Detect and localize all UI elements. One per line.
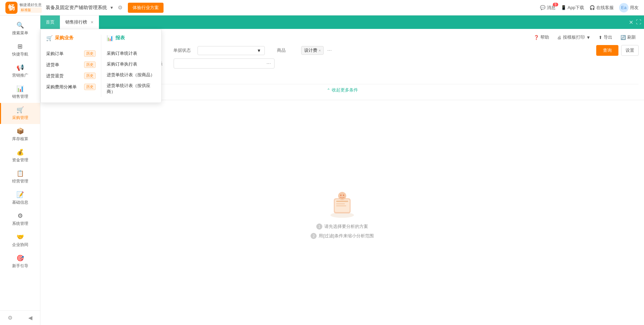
- report-col: 📊 报表 采购订单统计表 采购订单执行表 进货单统计表（按商品） 进货单统计表（…: [107, 35, 156, 97]
- enterprise-icon: 🤝: [16, 233, 24, 241]
- dropdown-purchase-expense[interactable]: 采购费用分摊单 历史: [46, 81, 96, 92]
- settings-small-btn[interactable]: 设置: [621, 45, 639, 56]
- sidebar-label-guide: 新手引导: [12, 263, 28, 269]
- sales-icon: 📊: [16, 85, 24, 92]
- svg-point-6: [338, 192, 346, 200]
- tab-close-btn[interactable]: ✕: [91, 20, 94, 25]
- sidebar-item-basic[interactable]: 📝 基础信息: [0, 188, 40, 209]
- dropdown-report-3[interactable]: 进货单统计表（按供应商）: [107, 80, 156, 97]
- system-icon: ⚙: [17, 212, 23, 219]
- industry-btn[interactable]: 体验行业方案: [128, 3, 164, 13]
- dropdown-report-0[interactable]: 采购订单统计表: [107, 48, 156, 59]
- sidebar-item-inventory[interactable]: 📦 库存核算: [0, 124, 40, 145]
- headset-icon: 🎧: [589, 5, 595, 10]
- refresh-icon: 🔄: [620, 35, 626, 40]
- sidebar-item-enterprise[interactable]: 🤝 企业协同: [0, 230, 40, 251]
- print-btn[interactable]: 🖨 按模板打印 ▼: [554, 33, 593, 42]
- guide-icon: 🎯: [16, 254, 24, 262]
- system-title: 装备及固定资产辅助管理系统: [46, 5, 107, 11]
- message-icon: 💬: [540, 5, 545, 10]
- goods-tag-remove[interactable]: ×: [319, 48, 321, 52]
- sidebar-item-finance[interactable]: 💰 资金管理: [0, 145, 40, 166]
- logo-area: 畅 畅捷通好生意 标准版: [5, 2, 46, 14]
- settings-icon-btn[interactable]: ⚙: [118, 4, 122, 11]
- logo-icon: 畅: [5, 2, 17, 14]
- sidebar-item-operation[interactable]: 📋 经营管理: [0, 166, 40, 188]
- tab-sales-rank-label: 销售排行榜: [65, 19, 87, 25]
- help-icon: ❓: [534, 35, 539, 40]
- goods-tag: 设计费 ×: [301, 46, 324, 55]
- top-right: 💬 消息 9 📱 App下载 🎧 在线客服 Ea 用友: [540, 3, 639, 12]
- sidebar-collapse-btn[interactable]: ◀: [28, 315, 32, 321]
- history-badge-1: 历史: [84, 62, 96, 68]
- sidebar-item-sales[interactable]: 📊 销售管理: [0, 82, 40, 103]
- empty-state: 1 请先选择要分析的方案 2 用[过滤]条件来缩小分析范围: [311, 187, 373, 239]
- salesman-select[interactable]: ···: [174, 58, 275, 69]
- app-download-btn[interactable]: 📱 App下载: [561, 5, 584, 11]
- system-dropdown-btn[interactable]: ▼: [110, 5, 114, 10]
- purchase-dropdown-menu: 🛒 采购业务 采购订单 历史 进货单 历史 进货退货 历史 采购费用分摊单 历史: [40, 29, 162, 103]
- sidebar-label-quick-nav: 快捷导航: [12, 51, 28, 57]
- sidebar-label-search: 搜索菜单: [12, 30, 28, 36]
- online-service-btn[interactable]: 🎧 在线客服: [589, 5, 614, 11]
- search-icon: 🔍: [16, 22, 24, 29]
- sidebar-settings-btn[interactable]: ⚙: [8, 315, 12, 321]
- sidebar-item-quick-nav[interactable]: ⊞ 快捷导航: [0, 39, 40, 60]
- grid-icon: ⊞: [17, 43, 23, 50]
- svg-point-8: [343, 195, 344, 196]
- collapse-chevron-icon: ⌃: [327, 88, 330, 93]
- export-btn[interactable]: ⬆ 导出: [596, 33, 615, 42]
- sidebar-label-operation: 经营管理: [12, 178, 28, 184]
- report-col-title: 📊 报表: [107, 35, 156, 44]
- main-content: 1 请先选择要分析的方案 2 用[过滤]条件来缩小分析范围: [40, 100, 644, 325]
- sidebar-label-enterprise: 企业协同: [12, 242, 28, 248]
- report-col-icon: 📊: [107, 35, 113, 41]
- sidebar-label-marketing: 营销推广: [12, 73, 28, 78]
- tab-bar: 首页 销售排行榜 ✕ ✕ ⛶: [40, 15, 644, 29]
- help-btn[interactable]: ❓ 帮助: [531, 33, 552, 42]
- col-divider: [101, 35, 101, 97]
- dropdown-report-1[interactable]: 采购订单执行表: [107, 59, 156, 70]
- dropdown-goods-receipt[interactable]: 进货单 历史: [46, 59, 96, 70]
- dropdown-goods-return[interactable]: 进货退货 历史: [46, 70, 96, 81]
- empty-step-1: 1 请先选择要分析的方案: [316, 224, 368, 230]
- query-btn[interactable]: 查询: [596, 45, 618, 56]
- doc-status-select[interactable]: ▼: [198, 46, 265, 55]
- tab-fullscreen-btn[interactable]: ⛶: [636, 19, 641, 25]
- dropdown-report-2[interactable]: 进货单统计表（按商品）: [107, 70, 156, 80]
- sidebar-item-system[interactable]: ⚙ 系统管理: [0, 209, 40, 230]
- sidebar-item-guide[interactable]: 🎯 新手引导: [0, 251, 40, 272]
- history-badge-2: 历史: [84, 73, 96, 79]
- query-btn-group: 查询 设置: [596, 45, 639, 56]
- goods-more-dots[interactable]: ···: [327, 47, 331, 53]
- dropdown-purchase-order[interactable]: 采购订单 历史: [46, 48, 96, 59]
- purchase-icon: 🛒: [16, 106, 24, 114]
- goods-filter: 设计费 × ···: [301, 46, 592, 55]
- refresh-btn[interactable]: 🔄 刷新: [618, 33, 639, 42]
- export-icon: ⬆: [599, 35, 602, 40]
- sidebar-item-marketing[interactable]: 📢 营销推广: [0, 60, 40, 82]
- tab-home[interactable]: 首页: [40, 15, 60, 29]
- sidebar-label-system: 系统管理: [12, 221, 28, 227]
- sidebar-nav: 🔍 搜索菜单 ⊞ 快捷导航 📢 营销推广 📊 销售管理 🛒 采购管理 📦: [0, 15, 40, 310]
- purchase-col-icon: 🛒: [46, 35, 53, 41]
- purchase-col: 🛒 采购业务 采购订单 历史 进货单 历史 进货退货 历史 采购费用分摊单 历史: [46, 35, 96, 97]
- sidebar-item-search[interactable]: 🔍 搜索菜单: [0, 18, 40, 39]
- empty-step-2: 2 用[过滤]条件来缩小分析范围: [311, 233, 373, 239]
- top-center: 装备及固定资产辅助管理系统 ▼ ⚙ 体验行业方案: [46, 3, 540, 13]
- chevron-down-icon: ▼: [257, 48, 261, 53]
- dropdown-cols: 🛒 采购业务 采购订单 历史 进货单 历史 进货退货 历史 采购费用分摊单 历史: [46, 35, 156, 97]
- basic-icon: 📝: [16, 191, 24, 198]
- sidebar-bottom: ⚙ ◀: [0, 310, 40, 325]
- goods-label: 商品: [277, 47, 297, 53]
- tab-close-all-btn[interactable]: ✕: [629, 19, 633, 26]
- toolbar-right: ❓ 帮助 🖨 按模板打印 ▼ ⬆ 导出 🔄 刷新: [531, 33, 639, 42]
- sidebar-item-purchase[interactable]: 🛒 采购管理: [0, 103, 40, 124]
- user-menu-btn[interactable]: Ea 用友: [619, 3, 639, 12]
- sidebar: 🔍 搜索菜单 ⊞ 快捷导航 📢 营销推广 📊 销售管理 🛒 采购管理 📦: [0, 15, 40, 325]
- inventory-icon: 📦: [16, 127, 24, 135]
- finance-icon: 💰: [16, 149, 24, 156]
- tab-sales-rank[interactable]: 销售排行榜 ✕: [60, 15, 99, 29]
- doc-status-label: 单据状态: [173, 47, 193, 53]
- messages-btn[interactable]: 💬 消息 9: [540, 5, 556, 11]
